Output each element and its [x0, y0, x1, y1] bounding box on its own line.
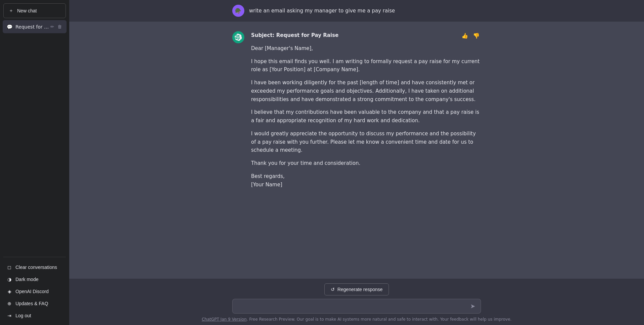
email-salutation: Dear [Manager's Name],: [251, 44, 481, 53]
chatgpt-logo-icon: [235, 34, 242, 41]
email-para-2: I have been working diligently for the p…: [251, 79, 481, 103]
info-icon: ⊕: [7, 301, 12, 306]
send-icon: ➤: [470, 303, 475, 310]
discord-label: OpenAI Discord: [15, 289, 49, 294]
thumbs-up-icon: 👍: [461, 33, 468, 39]
assistant-avatar: [232, 31, 244, 43]
user-avatar: 🪖: [232, 5, 244, 17]
sidebar: ＋ New chat 💬 Request for Pay Raise ✏ 🗑 ◻…: [0, 0, 69, 325]
email-para-3: I believe that my contributions have bee…: [251, 108, 481, 125]
chat-input-row: ➤: [232, 299, 481, 314]
thumbs-down-button[interactable]: 👎: [472, 31, 481, 40]
thumbs-down-icon: 👎: [473, 33, 480, 39]
conversation-label: Request for Pay Raise: [15, 24, 50, 30]
assistant-message-container: Subject: Request for Pay Raise Dear [Man…: [69, 22, 644, 198]
discord-icon: ◈: [7, 289, 12, 294]
dark-mode-button[interactable]: ◑ Dark mode: [3, 273, 67, 285]
user-message-text: write an email asking my manager to give…: [249, 8, 395, 14]
dark-mode-label: Dark mode: [15, 277, 38, 282]
edit-icon: ✏: [50, 24, 54, 29]
email-para-1: I hope this email finds you well. I am w…: [251, 57, 481, 74]
thumbs-up-button[interactable]: 👍: [460, 31, 470, 40]
feedback-buttons: 👍 👎: [460, 31, 481, 40]
updates-faq-label: Updates & FAQ: [15, 301, 48, 306]
chat-footer: ↺ Regenerate response ➤ ChatGPT Jan 9 Ve…: [69, 279, 644, 325]
updates-faq-button[interactable]: ⊕ Updates & FAQ: [3, 297, 67, 310]
email-closing: Best regards,[Your Name]: [251, 172, 481, 189]
clear-conversations-button[interactable]: ◻ Clear conversations: [3, 261, 67, 273]
delete-conversation-button[interactable]: 🗑: [57, 24, 63, 30]
user-avatar-emoji: 🪖: [235, 8, 242, 14]
conversation-item[interactable]: 💬 Request for Pay Raise ✏ 🗑: [3, 20, 67, 33]
chat-input[interactable]: [237, 302, 466, 310]
email-subject: Subject: Request for Pay Raise: [251, 31, 481, 40]
send-button[interactable]: ➤: [470, 302, 476, 311]
conversation-list: 💬 Request for Pay Raise ✏ 🗑: [0, 20, 69, 255]
chat-icon: 💬: [7, 24, 12, 30]
email-thanks: Thank you for your time and consideratio…: [251, 159, 481, 168]
discord-button[interactable]: ◈ OpenAI Discord: [3, 285, 67, 297]
new-chat-button[interactable]: ＋ New chat: [3, 3, 66, 18]
footer-link[interactable]: ChatGPT Jan 9 Version: [202, 317, 247, 322]
regenerate-button[interactable]: ↺ Regenerate response: [324, 283, 389, 295]
edit-conversation-button[interactable]: ✏: [50, 24, 55, 30]
clear-icon: ◻: [7, 265, 12, 270]
logout-label: Log out: [15, 313, 31, 318]
main-panel: 🪖 write an email asking my manager to gi…: [69, 0, 644, 325]
new-chat-label: New chat: [17, 8, 37, 13]
logout-icon: ⇥: [7, 313, 12, 318]
footer-note: ChatGPT Jan 9 Version. Free Research Pre…: [202, 317, 512, 322]
trash-icon: 🗑: [57, 24, 62, 29]
regenerate-icon: ↺: [331, 287, 335, 292]
moon-icon: ◑: [7, 277, 12, 282]
clear-conversations-label: Clear conversations: [15, 265, 57, 270]
plus-icon: ＋: [8, 8, 14, 14]
chat-area: Subject: Request for Pay Raise Dear [Man…: [69, 22, 644, 279]
sidebar-divider: [3, 257, 66, 257]
user-message-row: 🪖 write an email asking my manager to gi…: [69, 0, 644, 22]
sidebar-bottom: ◻ Clear conversations ◑ Dark mode ◈ Open…: [0, 259, 69, 325]
regenerate-label: Regenerate response: [337, 287, 383, 292]
email-para-4: I would greatly appreciate the opportuni…: [251, 130, 481, 154]
logout-button[interactable]: ⇥ Log out: [3, 310, 67, 322]
assistant-message-content: Subject: Request for Pay Raise Dear [Man…: [251, 31, 481, 189]
footer-text: . Free Research Preview. Our goal is to …: [247, 317, 512, 322]
